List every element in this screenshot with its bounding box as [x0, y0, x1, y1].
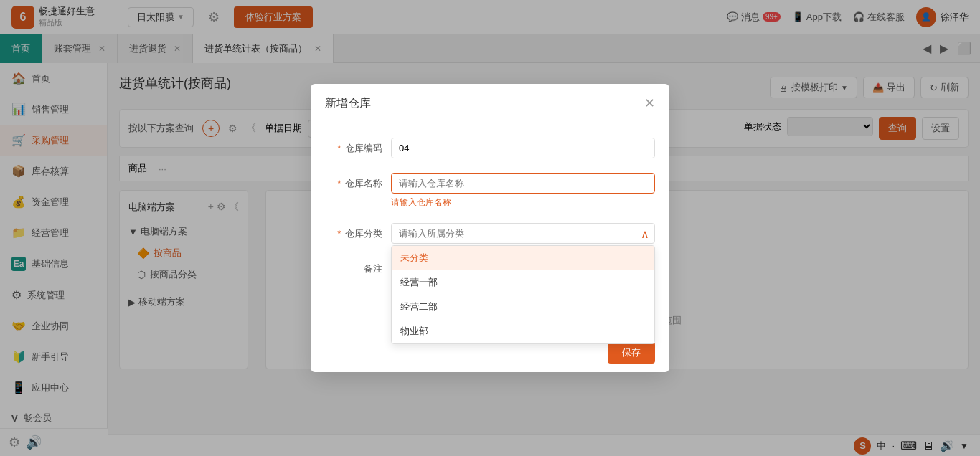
name-input[interactable] — [391, 173, 655, 194]
dropdown-item-dept1[interactable]: 经营一部 — [392, 270, 654, 295]
dropdown-item-dept2[interactable]: 经营二部 — [392, 295, 654, 319]
category-control: ∧ 未分类 经营一部 经营二部 物业部 — [391, 223, 655, 244]
category-field-row: * 仓库分类 ∧ 未分类 经营一部 经营二部 物业部 — [325, 223, 655, 244]
name-field-row: * 仓库名称 请输入仓库名称 — [325, 173, 655, 209]
add-warehouse-modal: 新增仓库 ✕ * 仓库编码 * 仓库名称 — [311, 84, 669, 372]
modal-overlay[interactable]: 新增仓库 ✕ * 仓库编码 * 仓库名称 — [0, 0, 980, 456]
code-field-row: * 仓库编码 — [325, 138, 655, 158]
dropdown-item-property[interactable]: 物业部 — [392, 319, 654, 343]
name-error-msg: 请输入仓库名称 — [391, 196, 655, 209]
modal-body: * 仓库编码 * 仓库名称 请输入仓库名称 — [311, 123, 669, 333]
category-label: * 仓库分类 — [325, 223, 382, 240]
modal-header: 新增仓库 ✕ — [311, 84, 669, 123]
modal-title: 新增仓库 — [325, 96, 371, 111]
category-input[interactable] — [391, 223, 655, 244]
dropdown-item-unclassified[interactable]: 未分类 — [392, 246, 654, 270]
name-control: 请输入仓库名称 — [391, 173, 655, 209]
code-label: * 仓库编码 — [325, 138, 382, 155]
save-button[interactable]: 保存 — [608, 342, 655, 364]
category-dropdown: 未分类 经营一部 经营二部 物业部 — [391, 245, 655, 344]
code-input[interactable] — [391, 138, 655, 158]
name-label: * 仓库名称 — [325, 173, 382, 190]
notes-label: 备注 — [325, 258, 382, 275]
code-control — [391, 138, 655, 158]
category-select-wrapper: ∧ — [391, 223, 655, 244]
modal-close-button[interactable]: ✕ — [644, 95, 655, 111]
